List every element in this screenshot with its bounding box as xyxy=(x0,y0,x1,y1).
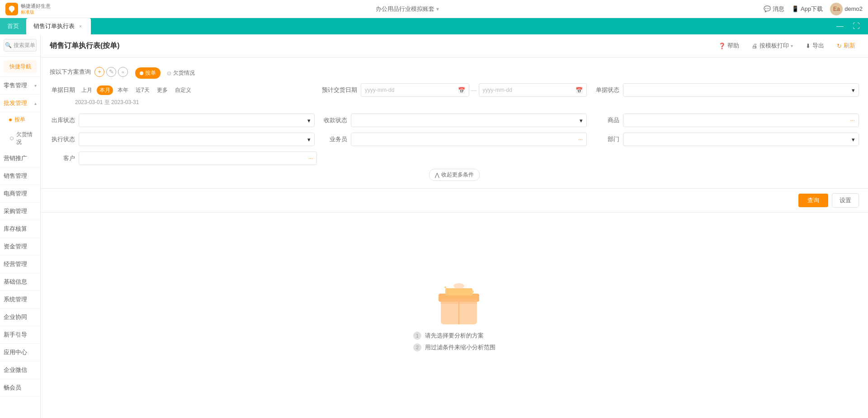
company-chevron-icon[interactable]: ▾ xyxy=(436,6,439,12)
date-tab-this-year[interactable]: 本年 xyxy=(115,86,131,95)
sidebar-item-sales[interactable]: 销售管理 xyxy=(0,167,40,185)
print-button[interactable]: 🖨 按模板打印 ▾ xyxy=(748,40,797,52)
sidebar-item-basic-info[interactable]: 基础信息 xyxy=(0,273,40,291)
date-range-display: 2023-03-01 至 2023-03-31 xyxy=(50,99,859,106)
page-header: 销售订单执行表(按单) ❓ 帮助 🖨 按模板打印 ▾ ⬇ 导出 ↻ 刷新 xyxy=(41,34,868,57)
tab-minimize-button[interactable]: — xyxy=(834,20,846,33)
help-button[interactable]: ❓ 帮助 xyxy=(715,40,743,52)
sub-nav-owe-stock[interactable]: ⊙ 欠货情况 xyxy=(162,67,199,79)
out-stock-chevron-icon: ▾ xyxy=(307,117,311,124)
sidebar-item-purchase[interactable]: 采购管理 xyxy=(0,203,40,220)
sidebar-item-enterprise-wechat[interactable]: 企业微信 xyxy=(0,361,40,379)
date-tab-last-month[interactable]: 上月 xyxy=(79,86,95,95)
sidebar-item-operations[interactable]: 经营管理 xyxy=(0,256,40,273)
svg-point-6 xyxy=(444,286,446,288)
predict-date-start-input[interactable]: yyyy-mm-dd 📅 xyxy=(361,83,469,97)
out-stock-select[interactable]: ▾ xyxy=(79,114,315,127)
exec-status-select[interactable]: ▾ xyxy=(79,133,315,146)
collapse-scheme-button[interactable]: « xyxy=(118,67,128,77)
customer-more-icon[interactable]: ··· xyxy=(308,155,313,162)
logo-icon xyxy=(5,3,18,15)
export-button[interactable]: ⬇ 导出 xyxy=(802,40,828,52)
sidebar-search-area: 🔍 搜索菜单 xyxy=(0,34,40,57)
dept-label: 部门 xyxy=(594,135,619,143)
goods-input[interactable]: ··· xyxy=(623,114,859,127)
top-center[interactable]: 办公用品行业模拟账套 ▾ xyxy=(376,5,439,13)
sidebar-item-newbie[interactable]: 新手引导 xyxy=(0,326,40,344)
empty-hint-1: 1 请先选择要分析的方案 xyxy=(413,332,495,340)
sidebar-item-inventory[interactable]: 库存核算 xyxy=(0,220,40,238)
collapse-bar: ⋀ 收起更多条件 xyxy=(50,165,859,181)
logo-area: 畅捷通好生意 标准版 xyxy=(5,3,51,15)
svg-point-5 xyxy=(471,290,474,293)
sub-nav: 按单 ⊙ 欠货情况 xyxy=(135,65,199,79)
receipt-select[interactable]: ▾ xyxy=(351,114,587,127)
nav-tabs: 首页 销售订单执行表 × — ⛶ xyxy=(0,18,868,34)
scheme-actions: + ✎ « xyxy=(94,67,128,77)
sidebar-item-retail[interactable]: 零售管理 ▾ xyxy=(0,77,40,95)
out-stock-label: 出库状态 xyxy=(50,116,75,124)
sidebar-item-marketing[interactable]: 营销推广 xyxy=(0,150,40,167)
goods-more-icon[interactable]: ··· xyxy=(850,117,855,124)
refresh-icon: ↻ xyxy=(837,43,842,49)
filter-row-2: 出库状态 ▾ 收款状态 ▾ 商品 xyxy=(50,114,859,127)
by-order-dot-icon xyxy=(9,119,12,121)
hint-num-2: 2 xyxy=(413,343,421,352)
customer-input[interactable]: ··· xyxy=(79,152,317,165)
refresh-button[interactable]: ↻ 刷新 xyxy=(833,40,859,52)
sidebar-quick-nav-button[interactable]: 快捷导航 xyxy=(4,60,37,73)
predict-date-end-input[interactable]: yyyy-mm-dd 📅 xyxy=(479,83,587,97)
tab-home[interactable]: 首页 xyxy=(0,18,26,34)
wholesale-chevron-icon: ▴ xyxy=(34,101,37,106)
sidebar-item-app-center[interactable]: 应用中心 xyxy=(0,344,40,361)
date-tab-7days[interactable]: 近7天 xyxy=(133,86,152,95)
filter-field-salesman: 业务员 ··· xyxy=(322,133,587,146)
message-button[interactable]: 💬 消息 xyxy=(764,5,784,13)
sidebar-item-system[interactable]: 系统管理 xyxy=(0,291,40,309)
dept-select[interactable]: ▾ xyxy=(623,133,859,146)
tab-sales-order-exec[interactable]: 销售订单执行表 × xyxy=(26,18,91,34)
filter-field-goods: 商品 ··· xyxy=(594,114,859,127)
filter-field-customer: 客户 ··· xyxy=(50,152,317,165)
by-order-dot xyxy=(140,71,143,75)
edit-scheme-button[interactable]: ✎ xyxy=(106,67,116,77)
filter-field-receipt: 收款状态 ▾ xyxy=(322,114,587,127)
add-scheme-button[interactable]: + xyxy=(94,67,104,77)
sidebar-item-ecommerce[interactable]: 电商管理 xyxy=(0,185,40,203)
doc-status-chevron-icon: ▾ xyxy=(852,87,855,94)
app-download-button[interactable]: 📱 App下载 xyxy=(792,5,823,13)
tab-maximize-button[interactable]: ⛶ xyxy=(850,20,863,33)
collapse-bar-button[interactable]: ⋀ 收起更多条件 xyxy=(429,169,480,181)
help-icon: ❓ xyxy=(718,43,726,49)
top-bar-right: 💬 消息 📱 App下载 Ea demo2 xyxy=(764,3,863,15)
company-name: 办公用品行业模拟账套 xyxy=(376,5,434,13)
exec-status-chevron-icon: ▾ xyxy=(307,136,311,143)
date-tab-this-month[interactable]: 本月 xyxy=(97,86,113,95)
sub-nav-by-order[interactable]: 按单 xyxy=(135,67,160,79)
sidebar-search-button[interactable]: 🔍 搜索菜单 xyxy=(4,39,37,52)
query-button[interactable]: 查询 xyxy=(798,194,828,207)
tab-close-icon[interactable]: × xyxy=(77,23,84,29)
sidebar-item-wholesale[interactable]: 批发管理 ▴ xyxy=(0,95,40,112)
salesman-input[interactable]: ··· xyxy=(351,133,587,146)
svg-point-7 xyxy=(453,283,464,289)
goods-label: 商品 xyxy=(594,116,619,124)
retail-chevron-icon: ▾ xyxy=(34,83,37,88)
nav-tab-actions: — ⛶ xyxy=(834,20,868,33)
sidebar-subitem-by-order[interactable]: 按单 xyxy=(0,112,40,127)
user-avatar[interactable]: Ea demo2 xyxy=(830,3,863,15)
sidebar-item-finance[interactable]: 资金管理 xyxy=(0,238,40,256)
sidebar-item-enterprise-collab[interactable]: 企业协同 xyxy=(0,309,40,326)
receipt-chevron-icon: ▾ xyxy=(580,117,583,124)
sidebar-subitem-owe-stock[interactable]: 欠货情况 xyxy=(0,127,40,150)
sidebar-item-member[interactable]: 畅会员 xyxy=(0,379,40,397)
owe-stock-nav-icon: ⊙ xyxy=(167,70,171,76)
doc-status-select[interactable]: ▾ xyxy=(623,83,859,97)
scheme-row: 按以下方案查询 + ✎ « 按单 ⊙ 欠货情况 xyxy=(50,65,859,79)
filter-field-predict-date: 预计交货日期 yyyy-mm-dd 📅 — yyyy-mm-dd 📅 xyxy=(322,83,587,97)
salesman-more-icon[interactable]: ··· xyxy=(578,136,583,142)
date-tab-more[interactable]: 更多 xyxy=(154,86,170,95)
settings-button[interactable]: 设置 xyxy=(832,193,859,208)
avatar-image: Ea xyxy=(830,3,843,15)
date-tab-custom[interactable]: 自定义 xyxy=(172,86,194,95)
